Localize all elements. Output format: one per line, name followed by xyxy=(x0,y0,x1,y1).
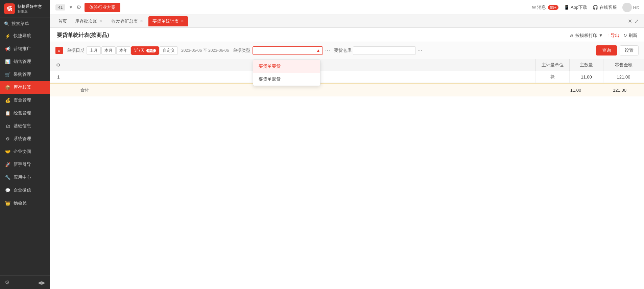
operations-icon: 📋 xyxy=(5,110,11,116)
dropdown-item-requisition-return[interactable]: 要货单退货 xyxy=(253,73,320,86)
phone-icon: 📱 xyxy=(564,5,569,10)
type-dropdown: 要货单要货 要货单退货 xyxy=(253,60,320,86)
print-btn[interactable]: 🖨 按模板打印 ▼ xyxy=(570,32,603,39)
date-range-display: 2023-05-06 至 2023-06-06 xyxy=(181,48,229,53)
data-table: ⚙ 商品 主计量单位 主数量 零售金额 1 块 xyxy=(50,59,644,83)
cell-amount: 121.00 xyxy=(603,71,644,83)
tab-requisition-stats[interactable]: 要货单统计表 ✕ xyxy=(148,16,188,26)
date-filter-label: 单据日期 xyxy=(67,47,85,53)
warehouse-filter-group: 要货仓库 ··· xyxy=(334,46,422,55)
online-service-item[interactable]: 🎧 在线客服 xyxy=(593,4,617,10)
app-logo: 畅 xyxy=(4,3,15,14)
search-menu[interactable]: 🔍 搜索菜单 xyxy=(0,18,50,29)
date-btn-this-year[interactable]: 本年 xyxy=(116,46,130,55)
date-filter-group: 单据日期 上月 本月 本年 近7天 更多 自定义 2023-05-06 至 20… xyxy=(67,46,229,55)
page-header: 要货单统计表(按商品) 🖨 按模板打印 ▼ ↑ 导出 ↻ 刷新 xyxy=(50,28,644,42)
table-container: ⚙ 商品 主计量单位 主数量 零售金额 1 块 xyxy=(50,59,644,83)
cell-index: 1 xyxy=(50,71,67,83)
messages-item[interactable]: ✉ 消息 99+ xyxy=(532,4,558,10)
warehouse-input[interactable] xyxy=(353,46,416,55)
settings-icon[interactable]: ⚙ xyxy=(5,279,9,286)
topbar-left: 41 ▼ ⚙ 体验行业方案 xyxy=(55,3,120,12)
inventory-icon: 📦 xyxy=(5,84,11,90)
table-head: ⚙ 商品 主计量单位 主数量 零售金额 xyxy=(50,59,644,71)
footer-qty: 11.00 xyxy=(559,88,593,93)
sidebar-item-sales[interactable]: 📊 销售管理 xyxy=(0,55,50,68)
export-btn[interactable]: ↑ 导出 xyxy=(607,32,620,39)
user-name: Rit xyxy=(633,5,639,10)
tab-count: 41 xyxy=(55,4,65,10)
date-btn-last-month[interactable]: 上月 xyxy=(87,46,101,55)
type-select-input[interactable] xyxy=(253,46,323,55)
sidebar-item-member[interactable]: 👑 畅会员 xyxy=(0,197,50,209)
filter-bar-wrapper: » 单据日期 上月 本月 本年 近7天 更多 自定义 2023-05-06 至 … xyxy=(50,42,644,59)
sidebar-header: 畅 畅捷通好生意 标准版 xyxy=(0,0,50,18)
expand-button[interactable]: » xyxy=(55,47,63,54)
date-btn-this-month[interactable]: 本月 xyxy=(101,46,116,55)
sidebar-nav: ⚡ 快捷导航 📢 营销推广 📊 销售管理 🛒 采购管理 📦 库存核算 💰 资金管… xyxy=(0,29,50,275)
more-badge: 更多 xyxy=(146,49,156,52)
date-btn-custom[interactable]: 自定义 xyxy=(160,46,178,55)
tab-inventory-batch[interactable]: 库存批次账 ✕ xyxy=(71,16,106,26)
refresh-icon: ↻ xyxy=(623,33,627,38)
dropdown-item-requisition-order[interactable]: 要货单要货 xyxy=(253,60,320,73)
print-icon: 🖨 xyxy=(570,33,574,38)
cell-unit: 块 xyxy=(536,71,570,83)
sidebar-item-guide[interactable]: 🚀 新手引导 xyxy=(0,158,50,171)
table-body: 1 块 11.00 121.00 xyxy=(50,71,644,83)
topbar: 41 ▼ ⚙ 体验行业方案 ✉ 消息 99+ 📱 App下载 🎧 在线客服 Ri… xyxy=(50,0,644,15)
type-filter-group: 单据类型 ▲ ··· xyxy=(233,46,330,55)
tab-close-requisition-stats[interactable]: ✕ xyxy=(181,19,184,23)
tab-home[interactable]: 首页 xyxy=(55,16,70,26)
refresh-btn[interactable]: ↻ 刷新 xyxy=(623,32,637,39)
sidebar-item-system[interactable]: ⚙ 系统管理 xyxy=(0,132,50,145)
collapse-icon[interactable]: ◀▶ xyxy=(38,280,45,285)
date-btn-7days[interactable]: 近7天 更多 xyxy=(131,46,159,55)
sidebar-item-inventory[interactable]: 📦 库存核算 xyxy=(0,81,50,94)
settings-button[interactable]: 设置 xyxy=(620,45,639,55)
main-area: 41 ▼ ⚙ 体验行业方案 ✉ 消息 99+ 📱 App下载 🎧 在线客服 Ri… xyxy=(50,0,644,289)
sidebar-item-finance[interactable]: 💰 资金管理 xyxy=(0,94,50,107)
sidebar-item-operations[interactable]: 📋 经营管理 xyxy=(0,107,50,119)
col-unit-header: 主计量单位 xyxy=(536,59,570,71)
topbar-gear-icon[interactable]: ⚙ xyxy=(76,4,81,10)
sidebar-item-marketing[interactable]: 📢 营销推广 xyxy=(0,42,50,55)
tab-count-chevron[interactable]: ▼ xyxy=(69,5,73,10)
table-footer: 合计 11.00 121.00 xyxy=(50,83,644,96)
marketing-icon: 📢 xyxy=(5,46,11,52)
app-download-item[interactable]: 📱 App下载 xyxy=(564,4,587,10)
col-qty-header: 主数量 xyxy=(570,59,603,71)
tabs-right: ✕ ⤢ xyxy=(628,18,639,24)
sidebar-item-app-center[interactable]: 🔧 应用中心 xyxy=(0,171,50,184)
sidebar-item-enterprise[interactable]: 🤝 企业协同 xyxy=(0,145,50,158)
tab-close-receive-summary[interactable]: ✕ xyxy=(140,19,143,23)
tabs-expand-icon[interactable]: ⤢ xyxy=(634,18,639,24)
member-icon: 👑 xyxy=(5,200,11,206)
date-buttons: 上月 本月 本年 近7天 更多 自定义 xyxy=(87,46,178,55)
tab-receive-summary[interactable]: 收发存汇总表 ✕ xyxy=(108,16,147,26)
tab-close-inventory-batch[interactable]: ✕ xyxy=(99,19,102,23)
type-more-icon[interactable]: ··· xyxy=(325,47,330,53)
sidebar-item-quick-nav[interactable]: ⚡ 快捷导航 xyxy=(0,29,50,42)
warehouse-more-icon[interactable]: ··· xyxy=(417,47,422,53)
print-chevron-icon: ▼ xyxy=(599,33,603,38)
sidebar-item-basic-info[interactable]: 🗂 基础信息 xyxy=(0,119,50,132)
sidebar-item-wechat[interactable]: 💬 企业微信 xyxy=(0,184,50,197)
filter-bar: » 单据日期 上月 本月 本年 近7天 更多 自定义 2023-05-06 至 … xyxy=(50,42,644,59)
user-profile-item[interactable]: Rit xyxy=(622,3,639,12)
tabs-close-all-icon[interactable]: ✕ xyxy=(628,18,632,24)
query-button[interactable]: 查询 xyxy=(596,45,617,55)
col-amount-header: 零售金额 xyxy=(603,59,644,71)
table-row: 1 块 11.00 121.00 xyxy=(50,71,644,83)
filter-right: 查询 设置 xyxy=(596,45,639,55)
footer-label: 合计 xyxy=(78,87,89,93)
wechat-icon: 💬 xyxy=(5,187,11,193)
headset-icon: 🎧 xyxy=(593,5,598,10)
sidebar-item-purchase[interactable]: 🛒 采购管理 xyxy=(0,68,50,81)
warehouse-label: 要货仓库 xyxy=(334,47,352,53)
quick-nav-icon: ⚡ xyxy=(5,33,11,39)
footer-amount: 121.00 xyxy=(599,88,640,93)
sidebar-bottom: ⚙ ◀▶ xyxy=(0,275,50,289)
industry-btn[interactable]: 体验行业方案 xyxy=(85,3,120,12)
col-gear-icon[interactable]: ⚙ xyxy=(56,62,61,68)
